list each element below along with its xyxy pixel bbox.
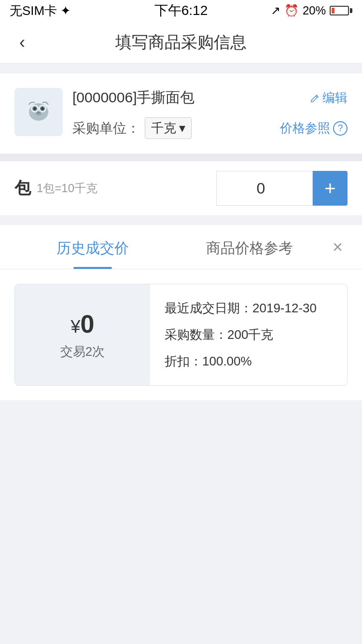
purchase-qty-label: 采购数量： [165, 327, 227, 342]
purchase-qty-row: 采购数量：200千克 [165, 325, 333, 344]
product-card: [0000006]手撕面包 编辑 采购单位： 千克 ▾ [0, 73, 362, 154]
status-right: ↗ ⏰ 20% [271, 4, 352, 17]
unit-value: 千克 [151, 120, 176, 137]
svg-point-7 [36, 112, 42, 115]
dropdown-icon: ▾ [179, 121, 185, 136]
battery-percent: 20% [303, 4, 326, 17]
price-ref-button[interactable]: 价格参照 ? [280, 120, 348, 137]
discount-label: 折扣： [165, 354, 202, 368]
quantity-row: 包 1包=10千克 + [0, 161, 362, 215]
qty-unit-label: 包 [14, 177, 31, 199]
page-title: 填写商品采购信息 [115, 31, 247, 54]
carrier-text: 无SIM卡 ✦ [10, 2, 71, 19]
transaction-price-section: ¥0 交易2次 [15, 284, 150, 385]
alarm-icon: ⏰ [284, 4, 299, 17]
price-value: 0 [81, 310, 95, 338]
back-button[interactable]: ‹ [14, 28, 30, 57]
discount-value: 100.00% [202, 354, 252, 368]
tab-product-price-ref[interactable]: 商品价格参考 [171, 225, 327, 269]
tabs-section: 历史成交价 商品价格参考 × ¥0 交易2次 最近成交日期：2019-12-30… [0, 225, 362, 400]
transaction-detail-section: 最近成交日期：2019-12-30 采购数量：200千克 折扣：100.00% [150, 284, 347, 385]
product-thumbnail-icon [24, 95, 53, 129]
svg-point-5 [34, 107, 36, 110]
transaction-card: ¥0 交易2次 最近成交日期：2019-12-30 采购数量：200千克 折扣：… [14, 284, 348, 386]
tab-history-price[interactable]: 历史成交价 [14, 225, 171, 269]
product-image [14, 88, 63, 136]
transaction-price: ¥0 [71, 309, 95, 338]
product-name: [0000006]手撕面包 [72, 88, 195, 108]
qty-input-area: + [216, 171, 348, 206]
recent-date-value: 2019-12-30 [252, 301, 317, 315]
tab-content: ¥0 交易2次 最近成交日期：2019-12-30 采购数量：200千克 折扣：… [0, 269, 362, 400]
recent-date-row: 最近成交日期：2019-12-30 [165, 299, 333, 318]
purchase-qty-value: 200千克 [227, 327, 273, 342]
status-bar: 无SIM卡 ✦ 下午6:12 ↗ ⏰ 20% [0, 0, 362, 21]
discount-row: 折扣：100.00% [165, 352, 333, 371]
qty-conversion-label: 1包=10千克 [37, 181, 97, 196]
product-info: [0000006]手撕面包 编辑 采购单位： 千克 ▾ [72, 88, 348, 139]
location-icon: ↗ [271, 4, 280, 17]
purchase-unit-label: 采购单位： [72, 119, 140, 138]
status-time: 下午6:12 [154, 1, 208, 20]
edit-button[interactable]: 编辑 [310, 89, 348, 106]
section-divider [0, 154, 362, 161]
svg-point-6 [42, 107, 44, 110]
tab-close-button[interactable]: × [328, 232, 348, 262]
battery-icon [330, 6, 352, 15]
header: ‹ 填写商品采购信息 [0, 21, 362, 64]
currency-symbol: ¥ [71, 317, 81, 336]
tabs-header: 历史成交价 商品价格参考 × [0, 225, 362, 269]
recent-date-label: 最近成交日期： [165, 301, 252, 315]
unit-select[interactable]: 千克 ▾ [145, 117, 192, 139]
transaction-count: 交易2次 [60, 343, 105, 360]
question-icon: ? [333, 121, 348, 136]
quantity-input[interactable] [216, 171, 313, 206]
quantity-plus-button[interactable]: + [313, 171, 348, 206]
status-left: 无SIM卡 ✦ [10, 2, 71, 19]
empty-area [0, 400, 362, 644]
